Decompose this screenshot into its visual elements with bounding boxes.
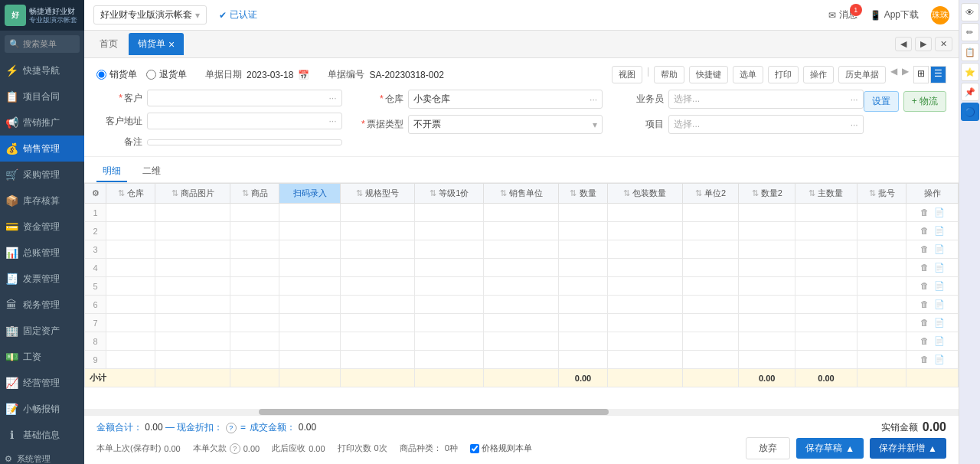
row-unit[interactable]: [484, 204, 558, 222]
add-logistics-button[interactable]: + 物流: [903, 91, 946, 112]
row-unit2[interactable]: [682, 351, 739, 369]
tab-2d[interactable]: 二维: [136, 162, 167, 182]
row-product[interactable]: [230, 222, 279, 240]
list-view-icon[interactable]: ☰: [930, 66, 946, 83]
sidebar-item-invoice[interactable]: 🧾 发票管理: [0, 266, 84, 292]
row-image[interactable]: [155, 314, 230, 332]
table-scrollbar[interactable]: [84, 409, 959, 415]
tab-close-button[interactable]: ✕: [935, 37, 952, 51]
right-panel-btn6[interactable]: 🔵: [961, 103, 979, 121]
row-pack-qty[interactable]: [608, 204, 682, 222]
row-unit2[interactable]: [682, 277, 739, 296]
sidebar-item-basic[interactable]: ℹ 基础信息: [0, 422, 84, 448]
save-draft-button[interactable]: 保存草稿 ▲: [796, 438, 864, 459]
row-batch[interactable]: [857, 314, 906, 332]
row-warehouse[interactable]: [106, 277, 155, 296]
sidebar-item-sales[interactable]: 💰 销售管理: [0, 136, 84, 162]
row-ops[interactable]: 🗑 📄: [906, 240, 959, 259]
copy-icon[interactable]: 📄: [934, 355, 945, 364]
row-spec[interactable]: [340, 277, 414, 296]
row-qty[interactable]: [558, 222, 607, 240]
row-image[interactable]: [155, 240, 230, 259]
row-product[interactable]: [230, 314, 279, 332]
row-warehouse[interactable]: [106, 351, 155, 369]
debt-help-icon[interactable]: ?: [230, 443, 240, 454]
row-product[interactable]: [230, 204, 279, 222]
row-scan[interactable]: [279, 240, 340, 259]
row-main-qty[interactable]: [795, 332, 858, 351]
row-ops[interactable]: 🗑 📄: [906, 277, 959, 296]
row-price1[interactable]: [415, 296, 484, 314]
row-price1[interactable]: [415, 351, 484, 369]
tab-prev-button[interactable]: ◀: [895, 37, 912, 51]
row-warehouse[interactable]: [106, 296, 155, 314]
row-qty[interactable]: [558, 204, 607, 222]
row-scan[interactable]: [279, 332, 340, 351]
row-product[interactable]: [230, 351, 279, 369]
row-spec[interactable]: [340, 204, 414, 222]
row-main-qty[interactable]: [795, 222, 858, 240]
copy-icon[interactable]: 📄: [934, 226, 945, 235]
app-download-button[interactable]: 📱 App下载: [870, 8, 919, 21]
row-batch[interactable]: [857, 204, 906, 222]
sidebar-item-system[interactable]: ⚙ 系统管理: [0, 448, 84, 464]
row-batch[interactable]: [857, 332, 906, 351]
row-product[interactable]: [230, 259, 279, 277]
print-button[interactable]: 打印: [768, 66, 799, 83]
warehouse-input[interactable]: 小卖仓库 ···: [408, 90, 603, 109]
row-warehouse[interactable]: [106, 332, 155, 351]
sidebar-item-ledger[interactable]: 📊 总账管理: [0, 240, 84, 266]
row-qty[interactable]: [558, 259, 607, 277]
user-avatar[interactable]: 珠珠: [931, 6, 949, 25]
sidebar-item-inventory[interactable]: 📦 库存核算: [0, 188, 84, 214]
row-unit[interactable]: [484, 332, 558, 351]
row-image[interactable]: [155, 332, 230, 351]
tab-home[interactable]: 首页: [90, 33, 127, 55]
sidebar-item-project[interactable]: 📋 项目合同: [0, 83, 84, 109]
row-ops[interactable]: 🗑 📄: [906, 222, 959, 240]
row-ops[interactable]: 🗑 📄: [906, 314, 959, 332]
row-ops[interactable]: 🗑 📄: [906, 332, 959, 351]
copy-icon[interactable]: 📄: [934, 336, 945, 345]
row-spec[interactable]: [340, 222, 414, 240]
row-scan[interactable]: [279, 259, 340, 277]
delete-icon[interactable]: 🗑: [920, 207, 929, 217]
radio-sale[interactable]: 销货单: [96, 68, 137, 81]
discount-help-icon[interactable]: ?: [226, 423, 237, 433]
row-unit2[interactable]: [682, 332, 739, 351]
row-qty[interactable]: [558, 240, 607, 259]
discard-button[interactable]: 放弃: [746, 437, 790, 459]
row-price1[interactable]: [415, 222, 484, 240]
warehouse-dots[interactable]: ···: [590, 94, 597, 105]
row-price1[interactable]: [415, 259, 484, 277]
row-product[interactable]: [230, 296, 279, 314]
row-qty2[interactable]: [739, 296, 795, 314]
row-unit[interactable]: [484, 240, 558, 259]
radio-return-input[interactable]: [146, 70, 156, 80]
row-batch[interactable]: [857, 259, 906, 277]
ops-button[interactable]: 操作: [803, 66, 834, 83]
row-image[interactable]: [155, 296, 230, 314]
row-warehouse[interactable]: [106, 204, 155, 222]
copy-icon[interactable]: 📄: [934, 299, 945, 309]
row-qty2[interactable]: [739, 277, 795, 296]
row-ops[interactable]: 🗑 📄: [906, 204, 959, 222]
row-qty2[interactable]: [739, 222, 795, 240]
sidebar-item-purchase[interactable]: 🛒 采购管理: [0, 162, 84, 188]
row-unit2[interactable]: [682, 204, 739, 222]
row-unit2[interactable]: [682, 314, 739, 332]
th-settings[interactable]: ⚙: [85, 184, 106, 204]
row-scan[interactable]: [279, 222, 340, 240]
copy-icon[interactable]: 📄: [934, 207, 945, 217]
row-scan[interactable]: [279, 204, 340, 222]
row-batch[interactable]: [857, 277, 906, 296]
message-button[interactable]: ✉ 1 消息: [828, 8, 858, 21]
row-spec[interactable]: [340, 314, 414, 332]
row-unit[interactable]: [484, 351, 558, 369]
sidebar-item-assets[interactable]: 🏢 固定资产: [0, 318, 84, 344]
row-scan[interactable]: [279, 296, 340, 314]
row-batch[interactable]: [857, 296, 906, 314]
right-panel-btn1[interactable]: 👁: [961, 3, 979, 21]
row-warehouse[interactable]: [106, 240, 155, 259]
settings-button[interactable]: 设置: [864, 91, 899, 112]
